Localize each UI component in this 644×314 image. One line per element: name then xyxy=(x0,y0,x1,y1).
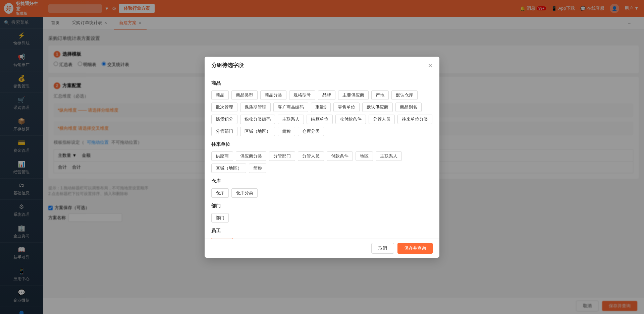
modal-cancel-btn[interactable]: 取消 xyxy=(371,243,394,254)
tag-partner-1[interactable]: 供应商分类 xyxy=(236,151,266,161)
tag-product-1[interactable]: 商品类型 xyxy=(231,90,258,100)
tag-partner-8[interactable]: 简称 xyxy=(249,164,266,173)
tag-grid-department: 部门 xyxy=(211,213,433,223)
tag-product-12[interactable]: 零售单位 xyxy=(333,103,360,112)
section-title-warehouse: 仓库 xyxy=(211,178,433,184)
tag-product-21[interactable]: 往来单位分类 xyxy=(397,115,432,124)
tag-product-9[interactable]: 保质期管理 xyxy=(240,103,271,112)
tag-product-16[interactable]: 税收分类编码 xyxy=(240,115,275,124)
tag-product-13[interactable]: 默认供应商 xyxy=(362,103,393,112)
tag-product-19[interactable]: 收付款条件 xyxy=(335,115,366,124)
modal-footer: 取消 保存并查询 xyxy=(205,239,439,258)
tag-grid-product: 商品商品类型商品分类规格型号品牌主要供应商产地默认仓库批次管理保质期管理客户商品… xyxy=(211,90,433,136)
tag-product-11[interactable]: 重量3 xyxy=(311,103,331,112)
tag-product-10[interactable]: 客户商品编码 xyxy=(273,103,308,112)
tag-product-20[interactable]: 分管人员 xyxy=(369,115,395,124)
tag-product-15[interactable]: 拣货积分 xyxy=(211,115,237,124)
tag-product-22[interactable]: 分管部门 xyxy=(211,127,237,136)
tag-partner-4[interactable]: 付款条件 xyxy=(327,151,353,161)
tag-product-3[interactable]: 规格型号 xyxy=(289,90,315,100)
tag-partner-7[interactable]: 区域（地区） xyxy=(211,164,246,173)
modal-title: 分组待选字段 xyxy=(211,62,244,69)
section-title-product: 商品 xyxy=(211,80,433,86)
tag-warehouse-1[interactable]: 仓库分类 xyxy=(231,188,258,198)
tag-product-18[interactable]: 结算单位 xyxy=(307,115,333,124)
tag-grid-partner: 供应商供应商分类分管部门分管人员付款条件地区主联系人区域（地区）简称 xyxy=(211,151,433,173)
tag-product-23[interactable]: 区域（地区） xyxy=(240,127,275,136)
tag-product-6[interactable]: 产地 xyxy=(371,90,389,100)
tag-product-25[interactable]: 仓库分类 xyxy=(298,127,324,136)
tag-partner-2[interactable]: 分管部门 xyxy=(269,151,295,161)
tag-product-0[interactable]: 商品 xyxy=(211,90,229,100)
tag-product-17[interactable]: 主联系人 xyxy=(278,115,304,124)
tag-product-7[interactable]: 默认仓库 xyxy=(391,90,418,100)
tag-product-8[interactable]: 批次管理 xyxy=(211,103,237,112)
section-title-employee: 员工 xyxy=(211,228,433,234)
tag-product-2[interactable]: 商品分类 xyxy=(260,90,286,100)
tag-product-4[interactable]: 品牌 xyxy=(318,90,335,100)
tag-product-5[interactable]: 主要供应商 xyxy=(338,90,369,100)
section-title-department: 部门 xyxy=(211,203,433,209)
tag-product-14[interactable]: 商品别名 xyxy=(395,103,422,112)
tag-warehouse-0[interactable]: 仓库 xyxy=(211,188,229,198)
tag-product-24[interactable]: 简称 xyxy=(278,127,295,136)
tag-department-0[interactable]: 部门 xyxy=(211,213,229,223)
tag-grid-warehouse: 仓库仓库分类 xyxy=(211,188,433,198)
modal-body[interactable]: 商品商品商品类型商品分类规格型号品牌主要供应商产地默认仓库批次管理保质期管理客户… xyxy=(205,75,439,239)
tag-partner-5[interactable]: 地区 xyxy=(356,151,373,161)
tag-partner-6[interactable]: 主联系人 xyxy=(376,151,402,161)
section-title-partner: 往来单位 xyxy=(211,141,433,147)
modal-confirm-btn[interactable]: 保存并查询 xyxy=(397,243,433,254)
tag-partner-0[interactable]: 供应商 xyxy=(211,151,233,161)
tag-partner-3[interactable]: 分管人员 xyxy=(298,151,324,161)
modal: 分组待选字段 ✕ 商品商品商品类型商品分类规格型号品牌主要供应商产地默认仓库批次… xyxy=(205,57,439,258)
modal-header: 分组待选字段 ✕ xyxy=(205,57,439,75)
modal-close-btn[interactable]: ✕ xyxy=(428,62,433,69)
